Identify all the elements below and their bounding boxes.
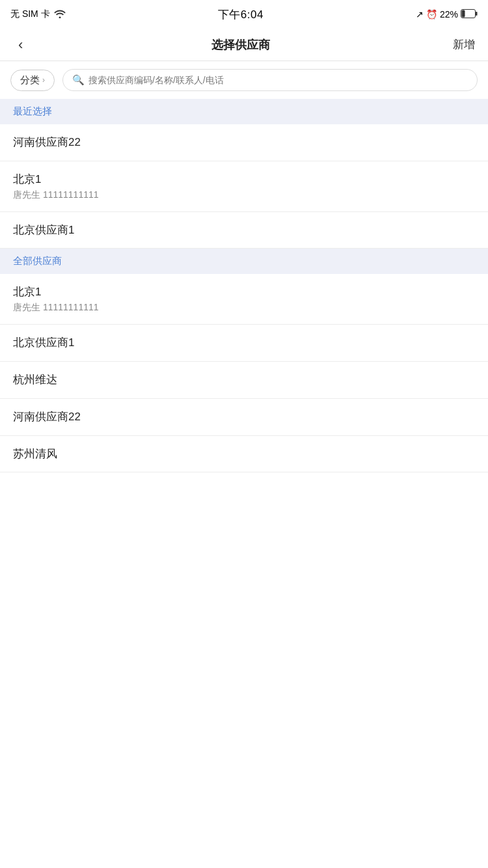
status-bar: 无 SIM 卡 下午6:04 ↗ ⏰ 22% bbox=[0, 0, 488, 29]
list-item[interactable]: 北京1唐先生 11111111111 bbox=[0, 161, 488, 212]
location-icon: ↗ bbox=[416, 9, 424, 20]
page-title: 选择供应商 bbox=[211, 37, 270, 53]
status-time: 下午6:04 bbox=[218, 7, 264, 22]
list-item[interactable]: 河南供应商22 bbox=[0, 124, 488, 161]
all-section-header: 全部供应商 bbox=[0, 249, 488, 274]
list-item[interactable]: 北京供应商1 bbox=[0, 325, 488, 362]
category-label: 分类 bbox=[20, 74, 40, 87]
item-name: 北京1 bbox=[13, 172, 475, 187]
item-detail: 唐先生 11111111111 bbox=[13, 302, 475, 314]
wifi-icon bbox=[54, 9, 66, 20]
alarm-icon: ⏰ bbox=[426, 9, 437, 20]
item-name: 河南供应商22 bbox=[13, 135, 475, 150]
item-name: 苏州清风 bbox=[13, 446, 475, 462]
filter-bar: 分类 › 🔍 bbox=[0, 61, 488, 99]
recent-section-label: 最近选择 bbox=[13, 105, 52, 116]
category-button[interactable]: 分类 › bbox=[10, 70, 55, 91]
list-item[interactable]: 苏州清风 bbox=[0, 436, 488, 473]
sim-label: 无 SIM 卡 bbox=[10, 8, 50, 20]
status-right: ↗ ⏰ 22% bbox=[416, 9, 478, 20]
list-item[interactable]: 河南供应商22 bbox=[0, 399, 488, 436]
search-icon: 🔍 bbox=[72, 74, 85, 86]
recent-list: 河南供应商22北京1唐先生 11111111111北京供应商1 bbox=[0, 124, 488, 249]
battery-icon bbox=[461, 9, 478, 20]
item-name: 北京供应商1 bbox=[13, 223, 475, 238]
back-button[interactable]: ‹ bbox=[13, 34, 28, 56]
item-name: 北京供应商1 bbox=[13, 335, 475, 351]
item-name: 河南供应商22 bbox=[13, 409, 475, 425]
add-button[interactable]: 新增 bbox=[453, 37, 475, 52]
all-list: 北京1唐先生 11111111111北京供应商1杭州维达河南供应商22苏州清风 bbox=[0, 274, 488, 472]
recent-section-header: 最近选择 bbox=[0, 99, 488, 124]
chevron-right-icon: › bbox=[42, 75, 45, 85]
list-item[interactable]: 北京1唐先生 11111111111 bbox=[0, 274, 488, 325]
search-box: 🔍 bbox=[62, 69, 478, 91]
item-name: 北京1 bbox=[13, 284, 475, 300]
list-item[interactable]: 杭州维达 bbox=[0, 362, 488, 399]
svg-rect-1 bbox=[476, 12, 478, 16]
list-item[interactable]: 北京供应商1 bbox=[0, 212, 488, 249]
nav-bar: ‹ 选择供应商 新增 bbox=[0, 29, 488, 61]
item-name: 杭州维达 bbox=[13, 372, 475, 388]
item-detail: 唐先生 11111111111 bbox=[13, 189, 475, 201]
svg-rect-2 bbox=[461, 10, 465, 17]
status-left: 无 SIM 卡 bbox=[10, 8, 66, 20]
battery-percent: 22% bbox=[440, 9, 458, 20]
all-section-label: 全部供应商 bbox=[13, 255, 62, 266]
search-input[interactable] bbox=[88, 75, 468, 85]
